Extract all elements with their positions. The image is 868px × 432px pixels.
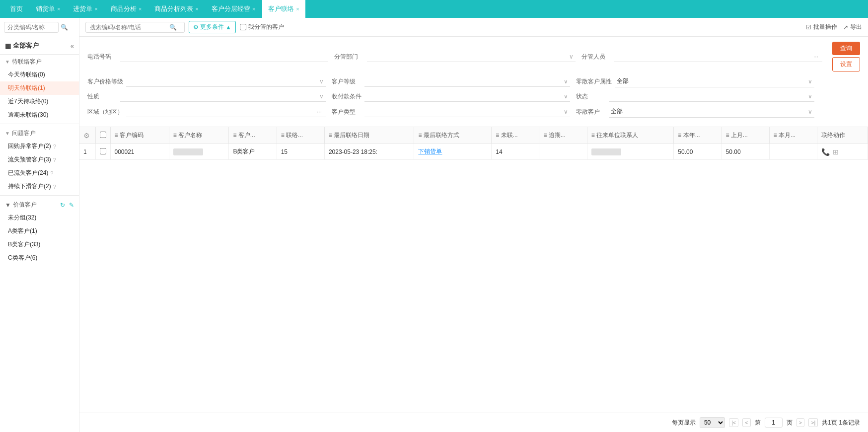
- col-overdue: ≡ 逾期...: [539, 127, 587, 144]
- sidebar-item-today[interactable]: 今天待联络(0): [0, 68, 79, 81]
- filter-row-2: 客户价格等级 ∨ 客户等级 ∨ 零散客户属性 全部: [87, 75, 860, 87]
- main-search-icon[interactable]: 🔍: [169, 24, 177, 31]
- main-search-input[interactable]: [90, 24, 169, 31]
- sidebar-section-problem: ▼ 问题客户: [0, 126, 79, 140]
- filter-status-select[interactable]: ∨: [609, 91, 814, 102]
- sidebar-item-churned[interactable]: 已流失客户(24) ?: [0, 166, 79, 180]
- nav-product-list[interactable]: 商品分析列表 ×: [148, 0, 204, 18]
- nav-sales[interactable]: 销货单 ×: [30, 0, 66, 18]
- filter-retail-customer-select[interactable]: 全部 ∨: [609, 106, 814, 118]
- col-checkbox: [95, 127, 110, 144]
- sidebar-search-input[interactable]: [4, 22, 59, 33]
- filter-status: 状态 ∨: [576, 91, 814, 102]
- sidebar-item-declining[interactable]: 持续下滑客户(2) ?: [0, 180, 79, 193]
- row-overdue: [539, 144, 587, 160]
- sidebar-item-overdue[interactable]: 逾期未联络(30): [0, 108, 79, 122]
- filter-phone-label: 电话号码: [87, 53, 117, 61]
- top-navigation: 首页 销货单 × 进货单 × 商品分析 × 商品分析列表 × 客户分层经营 × …: [0, 0, 868, 18]
- sidebar-collapse-icon[interactable]: «: [71, 42, 74, 50]
- page-number-input[interactable]: [765, 418, 783, 428]
- filter-price-select[interactable]: ∨: [126, 76, 326, 87]
- pagination-bar: 每页显示 50 100 200 |< < 第 页 > >| 共1页 1条记录: [79, 413, 868, 432]
- my-customers-checkbox[interactable]: 我分管的客户: [240, 23, 284, 31]
- row-checkbox[interactable]: [100, 148, 106, 154]
- nav-product-analysis[interactable]: 商品分析 ×: [105, 0, 147, 18]
- filter-nature-select[interactable]: ∨: [120, 91, 326, 102]
- sidebar-search-icon[interactable]: 🔍: [61, 24, 68, 31]
- last-method-link[interactable]: 下销货单: [418, 148, 442, 155]
- page-suffix: 页: [787, 419, 793, 427]
- total-label: 共1页 1条记录: [822, 419, 860, 427]
- row-actions: 📞 ⊞: [817, 144, 868, 160]
- sidebar-item-7days[interactable]: 近7天待联络(0): [0, 95, 79, 108]
- filter-payment-select[interactable]: ∨: [364, 91, 570, 102]
- row-contact-count: 15: [277, 144, 324, 160]
- batch-operation-button[interactable]: ☑ 批量操作: [806, 23, 837, 31]
- nav-customer-tier-close[interactable]: ×: [252, 6, 255, 12]
- first-page-btn[interactable]: |<: [729, 418, 738, 427]
- per-page-label: 每页显示: [672, 419, 696, 427]
- filter-row-1: 电话号码 分管部门 ∨ 分管人员 ··· 查询: [87, 42, 860, 72]
- nav-customer-contact-close[interactable]: ×: [296, 6, 299, 12]
- query-button[interactable]: 查询: [832, 42, 860, 55]
- row-unit-contact: name: [587, 144, 674, 160]
- prev-page-btn[interactable]: <: [742, 418, 750, 427]
- filter-person-dots[interactable]: ···: [811, 53, 820, 60]
- my-customers-check[interactable]: [240, 24, 246, 30]
- help-icon-2[interactable]: ?: [53, 157, 56, 163]
- sidebar-item-class-a[interactable]: A类客户(1): [0, 224, 79, 238]
- per-page-select[interactable]: 50 100 200: [700, 417, 725, 428]
- customer-name-blurred: Ea: [173, 148, 203, 155]
- retail-arrow: ∨: [808, 108, 812, 115]
- help-icon-4[interactable]: ?: [53, 184, 56, 190]
- filter-area-dots[interactable]: ···: [315, 108, 324, 115]
- col-last-method: ≡ 最后联络方式: [414, 127, 492, 144]
- nav-customer-tier[interactable]: 客户分层经营 ×: [206, 0, 261, 18]
- filter-area: 区域（地区） ···: [87, 107, 326, 117]
- filter-area-label: 区域（地区）: [87, 108, 123, 116]
- filter-actions: 查询 设置: [832, 42, 860, 72]
- export-button[interactable]: ↗ 导出: [843, 23, 862, 31]
- table-settings-icon[interactable]: ⚙: [83, 132, 90, 140]
- value-refresh-icon[interactable]: ↻: [60, 202, 65, 209]
- filter-right-actions: ☑ 批量操作 ↗ 导出: [806, 23, 862, 31]
- last-page-btn[interactable]: >|: [808, 418, 818, 427]
- sidebar-all-customers[interactable]: ▦ 全部客户 «: [0, 37, 79, 55]
- filter-customer-type-select[interactable]: ∨: [364, 107, 570, 117]
- filter-customer-level-select[interactable]: ∨: [364, 76, 570, 87]
- section-arrow: ▼: [5, 59, 10, 65]
- sidebar-item-class-c[interactable]: C类客户(6): [0, 251, 79, 265]
- search-wrap: 🔍: [85, 22, 185, 33]
- nav-product-list-close[interactable]: ×: [195, 6, 198, 12]
- select-all-checkbox[interactable]: [100, 132, 106, 138]
- filter-retail-attr-select[interactable]: 全部 ∨: [615, 75, 814, 87]
- sidebar: 🔍 ▦ 全部客户 « ▼ 待联络客户 今天待联络(0) 明天待联络(1) 近7天…: [0, 18, 79, 432]
- filter-dept-select[interactable]: ∨: [367, 52, 575, 62]
- col-type: ≡ 客户...: [229, 127, 277, 144]
- sidebar-item-ungrouped[interactable]: 未分组(32): [0, 211, 79, 224]
- col-settings: ⚙: [79, 127, 95, 144]
- action-phone-icon[interactable]: 📞: [821, 148, 830, 156]
- type-arrow: ∨: [564, 108, 568, 115]
- action-qr-icon[interactable]: ⊞: [833, 148, 839, 156]
- help-icon-1[interactable]: ?: [53, 144, 56, 149]
- settings-button[interactable]: 设置: [832, 57, 860, 72]
- nav-sales-close[interactable]: ×: [57, 6, 60, 12]
- sidebar-item-churn-warning[interactable]: 流失预警客户(3) ?: [0, 153, 79, 166]
- more-conditions-button[interactable]: ⚙ 更多条件 ▲: [189, 21, 236, 33]
- nav-product-analysis-close[interactable]: ×: [139, 6, 142, 12]
- nav-purchase-close[interactable]: ×: [94, 6, 97, 12]
- filter-phone-input[interactable]: [120, 52, 328, 62]
- value-edit-icon[interactable]: ✎: [69, 202, 74, 209]
- export-icon: ↗: [843, 24, 848, 31]
- nav-customer-contact[interactable]: 客户联络 ×: [262, 0, 305, 18]
- col-not-contacted: ≡ 未联...: [492, 127, 539, 144]
- next-page-btn[interactable]: >: [796, 418, 804, 427]
- sidebar-item-abnormal[interactable]: 回购异常客户(2) ?: [0, 140, 79, 153]
- customer-table-area: ⚙ ≡ 客户编码 ≡ 客户名称 ≡ 客户...: [79, 127, 868, 413]
- sidebar-item-class-b[interactable]: B类客户(33): [0, 238, 79, 251]
- nav-home[interactable]: 首页: [4, 0, 29, 18]
- nav-purchase[interactable]: 进货单 ×: [67, 0, 103, 18]
- sidebar-item-tomorrow[interactable]: 明天待联络(1): [0, 81, 79, 95]
- help-icon-3[interactable]: ?: [50, 170, 53, 176]
